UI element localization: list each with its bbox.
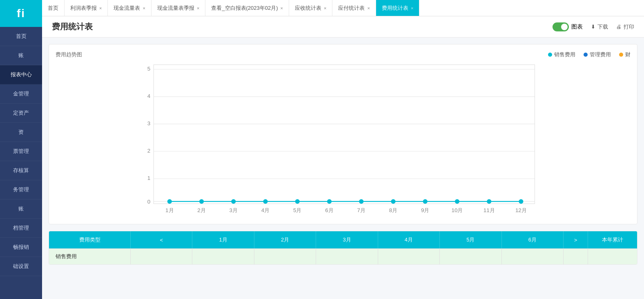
legend-mgmt-expense: 管理费用 xyxy=(584,51,611,58)
sidebar-item-ticket-mgmt[interactable]: 票管理 xyxy=(0,142,42,161)
svg-point-20 xyxy=(391,199,395,204)
tab-blank-report[interactable]: 查看_空白报表(2023年02月) × xyxy=(205,0,289,16)
tab-bar: 首页 利润表季报 × 现金流量表 × 现金流量表季报 × 查看_空白报表(202… xyxy=(42,0,644,16)
svg-text:8月: 8月 xyxy=(389,207,397,213)
svg-text:4月: 4月 xyxy=(261,207,270,213)
legend-finance-expense: 财 xyxy=(619,51,631,58)
sidebar-item-fixed-assets[interactable]: 定资产 xyxy=(0,104,42,123)
sidebar-item-sale-return[interactable]: 畅报销 xyxy=(0,238,42,257)
table-row: 销售费用 xyxy=(49,248,637,264)
content-area: 费用统计表 图表 ⬇ 下载 🖨 打印 费用趋势图 xyxy=(42,16,644,299)
svg-point-19 xyxy=(359,199,363,204)
row-sales-m6 xyxy=(502,249,564,264)
tab-payable[interactable]: 应付统计表 × xyxy=(332,0,376,16)
col-nav-next[interactable]: > xyxy=(564,231,588,248)
svg-text:2月: 2月 xyxy=(197,207,205,213)
sidebar-item-account[interactable]: 账 xyxy=(0,46,42,65)
row-sales-m4 xyxy=(378,249,440,264)
legend-sales-expense: 销售费用 xyxy=(548,51,575,58)
svg-point-13 xyxy=(167,199,172,204)
svg-text:11月: 11月 xyxy=(484,207,495,213)
page-title: 费用统计表 xyxy=(52,21,93,32)
tab-close-cashflow[interactable]: × xyxy=(143,6,145,11)
table-header-row: 费用类型 < 1月 2月 3月 4月 5月 6月 > 本年累计 xyxy=(49,231,637,248)
row-sales-nav xyxy=(131,249,192,264)
row-type-sales: 销售费用 xyxy=(49,249,131,264)
svg-point-21 xyxy=(423,199,428,204)
svg-text:9月: 9月 xyxy=(421,207,429,213)
svg-text:3月: 3月 xyxy=(230,207,238,213)
row-sales-ytd xyxy=(588,249,637,264)
sidebar-item-report-center[interactable]: 报表中心 xyxy=(0,65,42,84)
legend-label-finance: 财 xyxy=(625,51,631,58)
svg-point-23 xyxy=(487,199,491,204)
chart-header: 费用趋势图 销售费用 管理费用 财 xyxy=(56,51,631,58)
chart-title: 费用趋势图 xyxy=(56,51,82,58)
trend-chart: 5 4 3 2 1 0 xyxy=(56,62,631,217)
svg-text:5: 5 xyxy=(147,66,150,72)
prev-arrow-icon[interactable]: < xyxy=(160,237,163,243)
tab-close-payable[interactable]: × xyxy=(367,6,370,11)
svg-text:4: 4 xyxy=(147,93,151,99)
sidebar-item-capital[interactable]: 资 xyxy=(0,123,42,142)
svg-point-17 xyxy=(295,199,300,204)
tab-close-receivable[interactable]: × xyxy=(324,6,326,11)
sidebar-item-sub-account[interactable]: 账 xyxy=(0,199,42,219)
col-m5: 5月 xyxy=(440,231,501,248)
tab-close-expense-stats[interactable]: × xyxy=(411,6,413,11)
next-arrow-icon[interactable]: > xyxy=(574,237,577,243)
svg-text:2: 2 xyxy=(147,148,150,154)
download-icon: ⬇ xyxy=(591,24,595,30)
svg-point-14 xyxy=(199,199,204,204)
sidebar-item-basic-settings[interactable]: 础设置 xyxy=(0,257,42,276)
col-type: 费用类型 xyxy=(49,231,131,248)
sidebar-item-home[interactable]: 首页 xyxy=(0,27,42,46)
row-sales-nav-next xyxy=(564,249,588,264)
tab-home[interactable]: 首页 xyxy=(42,0,65,16)
legend-dot-finance xyxy=(619,53,623,57)
chart-toggle[interactable] xyxy=(553,22,569,31)
chart-toggle-label: 图表 xyxy=(571,23,583,31)
svg-text:7月: 7月 xyxy=(357,207,365,213)
sidebar-item-fund-mgmt[interactable]: 金管理 xyxy=(0,84,42,104)
svg-rect-12 xyxy=(154,65,535,204)
main-area: 首页 利润表季报 × 现金流量表 × 现金流量表季报 × 查看_空白报表(202… xyxy=(42,0,644,299)
tab-cashflow-quarterly[interactable]: 现金流量表季报 × xyxy=(152,0,205,16)
col-nav-prev[interactable]: < xyxy=(131,231,192,248)
svg-text:10月: 10月 xyxy=(451,207,463,213)
svg-point-16 xyxy=(263,199,267,204)
tab-expense-stats[interactable]: 费用统计表 × xyxy=(376,0,419,16)
svg-point-18 xyxy=(327,199,332,204)
print-button[interactable]: 🖨 打印 xyxy=(616,23,634,31)
legend-dot-mgmt xyxy=(584,53,588,57)
sidebar-item-service-mgmt[interactable]: 务管理 xyxy=(0,180,42,199)
col-m6: 6月 xyxy=(502,231,564,248)
sidebar-logo: fi xyxy=(0,0,42,27)
svg-text:0: 0 xyxy=(147,199,150,205)
sidebar-item-file-mgmt[interactable]: 档管理 xyxy=(0,219,42,238)
chart-legend: 销售费用 管理费用 财 xyxy=(548,51,631,58)
col-m2: 2月 xyxy=(254,231,316,248)
chart-container: 5 4 3 2 1 0 xyxy=(56,62,631,217)
tab-close-blank-report[interactable]: × xyxy=(281,6,283,11)
row-sales-m5 xyxy=(440,249,501,264)
legend-dot-sales xyxy=(548,53,552,57)
tab-profit-quarterly[interactable]: 利润表季报 × xyxy=(65,0,108,16)
svg-text:6月: 6月 xyxy=(325,207,333,213)
legend-label-sales: 销售费用 xyxy=(554,51,575,58)
svg-text:12月: 12月 xyxy=(515,207,527,213)
table-section: 费用类型 < 1月 2月 3月 4月 5月 6月 > 本年累计 销售费用 xyxy=(49,231,637,265)
row-sales-m1 xyxy=(192,249,254,264)
page-header: 费用统计表 图表 ⬇ 下载 🖨 打印 xyxy=(42,16,644,38)
tab-cashflow[interactable]: 现金流量表 × xyxy=(108,0,151,16)
download-button[interactable]: ⬇ 下载 xyxy=(591,23,608,31)
tab-close-cashflow-quarterly[interactable]: × xyxy=(197,6,199,11)
sidebar: fi 首页 账 报表中心 金管理 定资产 资 票管理 存核算 务管理 账 档管理… xyxy=(0,0,42,299)
row-sales-m3 xyxy=(316,249,378,264)
legend-label-mgmt: 管理费用 xyxy=(590,51,611,58)
tab-receivable[interactable]: 应收统计表 × xyxy=(289,0,332,16)
tab-close-profit-quarterly[interactable]: × xyxy=(99,6,102,11)
print-icon: 🖨 xyxy=(616,24,622,30)
sidebar-item-inventory[interactable]: 存核算 xyxy=(0,161,42,180)
col-ytd: 本年累计 xyxy=(588,231,637,248)
